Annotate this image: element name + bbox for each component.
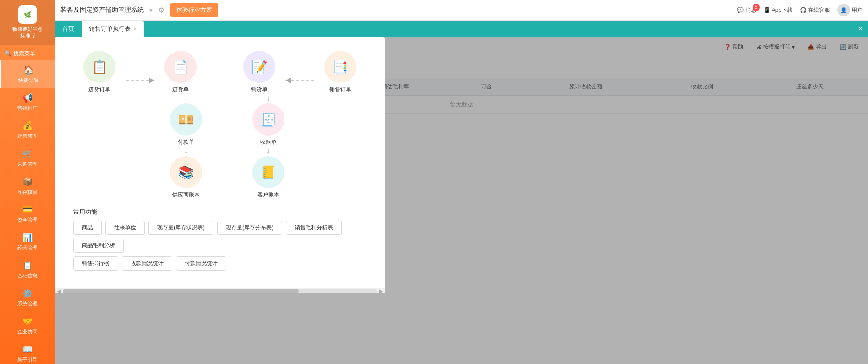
sidebar-item-basic-info[interactable]: 📋 基础信息 [0,256,55,284]
basic-info-icon: 📋 [22,261,33,271]
func-btn-sales-gross[interactable]: 销售毛利分析表 [286,221,342,235]
headset-icon: 🎧 [800,7,807,13]
flow-node-sales-order[interactable]: 📑 销售订单 [314,51,366,93]
flow-node-receipt-bill[interactable]: 🧾 收款单 [241,103,296,146]
header-dropdown-icon[interactable]: ▾ [149,7,153,14]
message-icon: 💬 [737,7,744,13]
sales-order-icon: 📑 [324,51,356,83]
sidebar-item-system[interactable]: ⚙️ 系统管理 [0,284,55,312]
header: 装备及固定资产辅助管理系统 ▾ ⚙ 体验行业方案 💬 消息 5 📱 App下载 … [55,0,868,21]
guide-panel: 📋 进货订单 ▶ 📄 进货单 📝 [55,37,385,293]
common-functions-section: 常用功能 商品 往来单位 现存量(库存状况表) 现存量(库存分布表) 销售毛利分… [73,208,366,271]
func-btn-stock-status[interactable]: 现存量(库存状况表) [148,221,213,235]
receipt-bill-label: 收款单 [260,138,277,146]
sales-bill-label: 销货单 [251,86,267,93]
down-arrow-receipt: ↓ [241,147,296,155]
operation-icon: 📊 [22,233,33,243]
flow-node-purchase-order[interactable]: 📋 进货订单 [73,51,126,93]
search-icon: 🔍 [5,50,11,57]
receipt-bill-icon: 🧾 [252,103,284,136]
avatar: 👤 [837,4,850,16]
purchase-order-icon: 📋 [83,51,115,83]
sidebar-item-inventory[interactable]: 📦 库存核算 [0,172,55,200]
horizontal-scrollbar[interactable]: ◀ ▶ [55,288,385,293]
phone-icon: 📱 [764,7,770,13]
system-icon: ⚙️ [22,288,33,299]
down-arrow-sales: ↓ [241,94,296,103]
sidebar-item-marketing[interactable]: 📢 营销推广 [0,88,55,116]
customer-ledger-icon: 📒 [252,156,284,188]
scroll-left-icon[interactable]: ◀ [57,288,61,294]
func-btn-contacts[interactable]: 往来单位 [105,221,145,235]
header-actions: 💬 消息 5 📱 App下载 🎧 在线客服 👤 用户 [737,4,863,16]
down-arrow-purchase: ↓ [158,94,213,103]
payment-bill-label: 付款单 [178,138,194,146]
flow-node-sales-bill[interactable]: 📝 销货单 [233,51,286,93]
func-btn-sales-rank[interactable]: 销售排行榜 [73,256,118,271]
sidebar-item-purchase[interactable]: 🛒 采购管理 [0,144,55,172]
customer-ledger-label: 客户账本 [257,191,279,199]
sidebar-item-operation[interactable]: 📊 经营管理 [0,228,55,256]
tabs-bar: 首页 销售订单执行表 × × [55,21,868,37]
flow-node-supplier-ledger[interactable]: 📚 供应商账本 [158,156,213,199]
scroll-right-icon[interactable]: ▶ [379,288,383,294]
func-btn-receipt-stats[interactable]: 收款情况统计 [122,256,172,271]
logo-icon: 🌿 [18,5,37,24]
online-service-button[interactable]: 🎧 在线客服 [800,6,830,14]
down-arrow-payment: ↓ [158,147,213,155]
flow-node-customer-ledger[interactable]: 📒 客户账本 [241,156,296,199]
sidebar-item-quick-nav[interactable]: 🏠 快捷导航 [0,60,55,88]
tab-sales-order-execution[interactable]: 销售订单执行表 × [82,21,144,37]
supplier-ledger-label: 供应商账本 [172,191,200,199]
sidebar-logo: 🌿 畅康通好生意 标准版 [0,0,55,45]
sidebar: 🌿 畅康通好生意 标准版 🔍 搜索菜单 🏠 快捷导航 📢 营销推广 💰 销售管理… [0,0,55,364]
flow-node-purchase-bill[interactable]: 📄 进货单 [154,51,207,93]
func-btn-stock-dist[interactable]: 现存量(库存分布表) [217,221,282,235]
function-buttons-row2: 销售排行榜 收款情况统计 付款情况统计 [73,256,366,271]
user-menu[interactable]: 👤 用户 [837,4,863,16]
sidebar-item-enterprise[interactable]: 🤝 企业协同 [0,312,55,340]
marketing-icon: 📢 [22,93,33,103]
inventory-icon: 📦 [22,177,33,187]
payment-bill-icon: 💴 [170,103,202,136]
purchase-bill-label: 进货单 [172,86,189,93]
guide-overlay[interactable]: 📋 进货订单 ▶ 📄 进货单 📝 [55,37,868,364]
sidebar-item-sales[interactable]: 💰 销售管理 [0,116,55,144]
flow-node-payment-bill[interactable]: 💴 付款单 [158,103,213,146]
func-btn-payment-stats[interactable]: 付款情况统计 [176,256,226,271]
sidebar-item-newbie[interactable]: 📖 新手引导 [0,340,55,364]
common-functions-title: 常用功能 [73,208,366,216]
function-buttons-row1: 商品 往来单位 现存量(库存状况表) 现存量(库存分布表) 销售毛利分析表 商品… [73,221,366,253]
func-btn-product-gross[interactable]: 商品毛利分析 [73,239,124,253]
header-title: 装备及固定资产辅助管理系统 [60,6,144,14]
supplier-ledger-icon: 📚 [170,156,202,188]
sidebar-search[interactable]: 🔍 搜索菜单 [0,47,55,60]
scroll-thumb [63,289,299,293]
sales-order-label: 销售订单 [329,86,351,93]
message-badge: 5 [753,4,760,11]
newbie-icon: 📖 [22,344,33,354]
finance-icon: 💳 [22,205,33,215]
settings-icon[interactable]: ⚙ [158,6,164,15]
tab-home[interactable]: 首页 [55,21,82,37]
home-icon: 🏠 [23,65,33,75]
sales-icon: 💰 [22,121,33,131]
app-download-button[interactable]: 📱 App下载 [764,6,792,14]
scroll-track[interactable] [63,289,377,293]
tab-close-icon[interactable]: × [133,26,136,32]
message-button[interactable]: 💬 消息 5 [737,6,756,14]
purchase-bill-icon: 📄 [164,51,197,83]
sales-bill-icon: 📝 [243,51,275,83]
logo-text: 畅康通好生意 标准版 [12,26,43,40]
purchase-order-label: 进货订单 [88,86,110,93]
purchase-icon: 🛒 [22,149,33,159]
sidebar-item-finance[interactable]: 💳 资金管理 [0,200,55,228]
func-btn-product[interactable]: 商品 [73,221,102,235]
try-industry-button[interactable]: 体验行业方案 [170,3,218,17]
enterprise-icon: 🤝 [22,316,33,326]
close-all-tabs-button[interactable]: × [858,25,863,33]
